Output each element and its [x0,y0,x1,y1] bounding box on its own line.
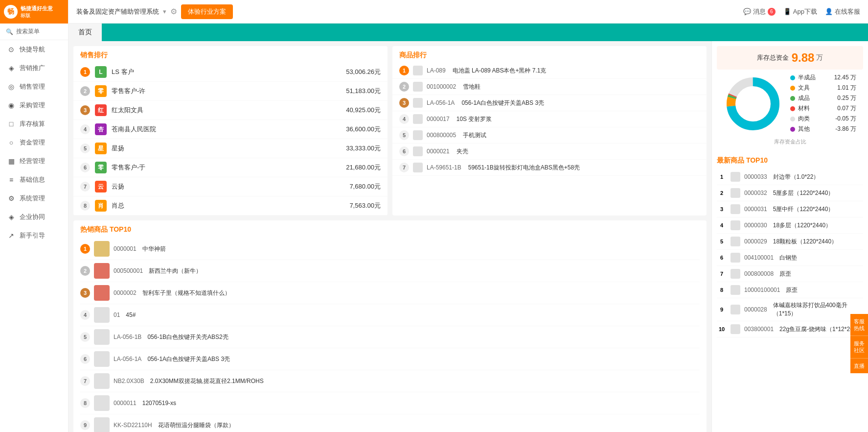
list-item: 5 LA-056-1B 056-1B白色按键开关壳ABS2壳 [80,326,700,348]
product-code: LA-59651-1B [427,164,461,171]
sales-amount: 33,333.00元 [346,144,381,153]
sidebar-menu: ⊙ 快捷导航 ◈ 营销推广 ◎ 销售管理 ◉ 采购管理 □ 库存核算 ○ 资金管… [0,40,68,432]
avatar: 红 [95,104,107,116]
product-name: 056-1A白色按键开关盖ABS 3壳 [461,99,700,107]
product-name: 056-1B白色按键开关壳ABS2壳 [147,333,700,341]
product-name: 中华神箭 [142,245,700,253]
notification-icon: 💬 [743,8,751,15]
sales-ranking-panel: 销售排行 1 L LS 客户 53,006.26元 2 零 零售客户-许 [73,46,388,216]
home-icon: ⊙ [7,45,16,54]
product-image [731,188,740,198]
customer-name: LS 客户 [112,68,341,76]
product-code: 000500001 [114,267,143,274]
list-item: 1 0000033 封边带（1.0*22） [717,169,863,185]
product-image [94,351,110,367]
app-download[interactable]: 📱 App下载 [783,7,817,16]
table-row: 2 001000002 雪地鞋 [392,79,707,95]
product-code: 001000002 [427,83,456,90]
product-name: 45# [126,312,700,318]
settings-icon[interactable]: ⚙ [170,7,177,16]
table-row: 7 LA-59651-1B 59651-1B旋转投影灯电池盒ABS黑色+58壳 [392,160,707,176]
dropdown-arrow-icon[interactable]: ▾ [163,8,166,15]
list-item: 2 0000032 5厘多层（1220*2440） [717,185,863,201]
product-code: 0000002 [114,289,137,296]
rank-number: 9 [80,420,90,430]
rank-number: 4 [80,310,90,320]
sales-amount: 7,563.00元 [349,201,381,210]
sidebar-item-purchase[interactable]: ◉ 采购管理 [0,96,68,115]
sidebar-item-operation[interactable]: ▦ 经营管理 [0,152,68,170]
content-right: 库存总资金 9.88 万 [711,41,868,432]
product-image [94,373,110,389]
table-row: 8 肖 肖总 7,563.00元 [73,196,388,216]
basic-icon: ≡ [7,175,16,184]
online-service[interactable]: 👤 在线客服 [825,7,860,16]
donut-chart [724,74,782,135]
sidebar-item-system[interactable]: ⚙ 系统管理 [0,189,68,208]
sidebar-item-cooperation[interactable]: ◈ 企业协同 [0,208,68,226]
table-row: 3 红 红太阳文具 40,925.00元 [73,101,388,120]
rank-number: 4 [80,124,90,134]
product-code: 000800005 [427,132,456,139]
trial-button[interactable]: 体验行业方案 [181,4,233,19]
sidebar-item-basic[interactable]: ≡ 基础信息 [0,170,68,189]
tab-home[interactable]: 首页 [69,24,102,41]
rank-number: 9 [717,305,727,314]
cooperation-icon: ◈ [7,213,16,221]
search-menu[interactable]: 🔍 搜索菜单 [0,24,68,40]
sidebar-item-guide[interactable]: ↗ 新手引导 [0,226,68,245]
sales-icon: ◎ [7,82,16,91]
sidebar-item-sales[interactable]: ◎ 销售管理 [0,77,68,96]
product-code: KK-SD22110H [114,422,152,429]
product-image [94,329,110,345]
system-icon: ⚙ [7,194,16,203]
table-row: 6 零 零售客户-于 21,680.00元 [73,158,388,177]
rank-number: 5 [80,332,90,342]
product-name: 雪地鞋 [463,83,700,91]
product-ranking-title: 商品排行 [392,46,707,63]
product-image [413,66,423,75]
rank-number: 1 [717,172,727,182]
customer-name: 云扬 [112,182,344,191]
notification-area[interactable]: 💬 消息 6 [743,7,776,16]
product-code: NB2.0X30B [114,378,144,384]
rank-number: 3 [80,105,90,115]
sidebar-item-marketing[interactable]: ◈ 营销推广 [0,59,68,77]
table-row: 5 000800005 手机测试 [392,127,707,144]
cs-community-button[interactable]: 服务社区 [850,336,868,358]
product-name: 智利车子里（规格不知道填什么） [142,289,700,297]
avatar: 杏 [95,123,107,135]
product-name: 新西兰牛肉（新牛） [149,267,700,275]
cs-hotline-button[interactable]: 客服热线 [850,314,868,336]
sidebar-item-quick-nav[interactable]: ⊙ 快捷导航 [0,40,68,59]
product-image [731,269,740,279]
customer-name: 零售客户-许 [112,87,341,96]
guide-icon: ↗ [7,231,16,240]
rank-number: 6 [80,354,90,364]
list-item: 6 LA-056-1A 056-1A白色按键开关盖ABS 3壳 [80,348,700,370]
rank-number: 8 [80,201,90,211]
product-code: 0000021 [427,148,450,155]
table-row: 4 杏 苍南县人民医院 36,600.00元 [73,120,388,139]
top-panels: 销售排行 1 L LS 客户 53,006.26元 2 零 零售客户-许 [73,46,707,216]
hot-sales-list: 1 0000001 中华神箭 2 000500001 新西兰牛肉（新牛） 3 [80,238,700,432]
cs-livestream-button[interactable]: 直播 [850,358,868,373]
sidebar-item-inventory[interactable]: □ 库存核算 [0,115,68,133]
product-ranking-list: 1 LA-089 电池盖 LA-089 ABS本色+黑种 7.1克 2 0010… [392,63,707,176]
table-row: 1 LA-089 电池盖 LA-089 ABS本色+黑种 7.1克 [392,63,707,79]
page-content: 销售排行 1 L LS 客户 53,006.26元 2 零 零售客户-许 [69,41,868,432]
product-name: 59651-1B旋转投影灯电池盒ABS黑色+58壳 [468,164,700,172]
product-image [731,237,740,246]
legend-dot [790,75,795,80]
customer-name: 苍南县人民医院 [112,125,341,134]
sales-amount: 36,600.00元 [346,125,381,134]
customer-name: 零售客户-于 [112,163,341,172]
table-row: 7 云 云扬 7,680.00元 [73,177,388,196]
finance-icon: ○ [7,138,16,147]
sidebar-item-finance[interactable]: ○ 资金管理 [0,133,68,152]
legend-dot [790,106,795,111]
logo-text: 畅捷通好生意 标版 [21,5,53,18]
product-image [94,241,110,257]
product-code: LA-089 [427,67,446,74]
list-item: 5 0000029 18颗粒板（1220*2440） [717,234,863,250]
